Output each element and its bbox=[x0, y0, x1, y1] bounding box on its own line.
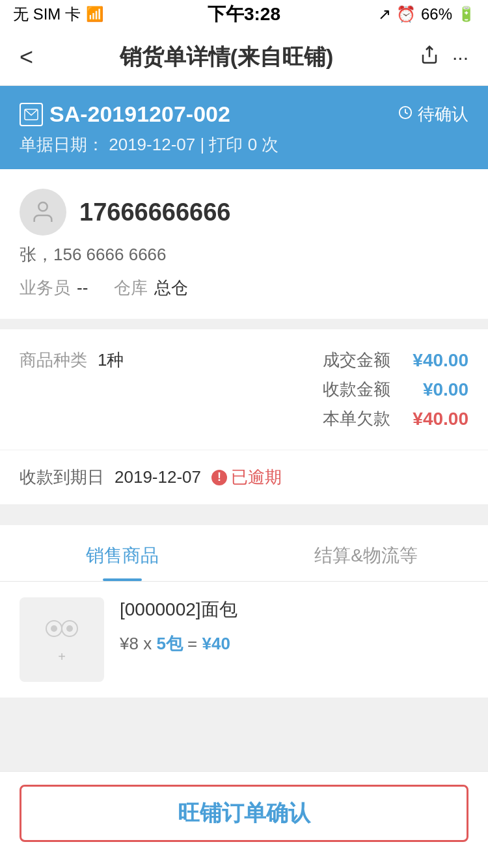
alarm-icon: ⏰ bbox=[396, 5, 416, 23]
product-info: [0000002]面包 ¥8 x 5包 = ¥40 bbox=[120, 597, 468, 655]
battery-text: 66% bbox=[421, 5, 452, 23]
order-number: SA-20191207-002 bbox=[49, 102, 230, 127]
order-header: SA-20191207-002 待确认 单据日期： 2019-12-07 | 打… bbox=[0, 86, 488, 169]
customer-phone: 17666666666 bbox=[79, 198, 230, 226]
overdue-text: 已逾期 bbox=[231, 466, 282, 489]
order-id: SA-20191207-002 bbox=[20, 102, 230, 127]
product-name: [0000002]面包 bbox=[120, 597, 468, 622]
category-info: 商品种类 1种 bbox=[20, 349, 124, 372]
more-button[interactable]: ··· bbox=[452, 46, 468, 68]
warning-icon: ! bbox=[211, 470, 227, 485]
category-label: 商品种类 bbox=[20, 349, 87, 372]
svg-point-7 bbox=[66, 625, 73, 632]
bottom-bar: 旺铺订单确认 bbox=[0, 771, 488, 868]
status-bar: 无 SIM 卡 📶 下午3:28 ↗ ⏰ 66% 🔋 bbox=[0, 0, 488, 29]
amounts-section: 成交金额 ¥40.00 收款金额 ¥0.00 本单欠款 ¥40.00 bbox=[323, 349, 468, 430]
order-envelope-icon bbox=[20, 103, 43, 126]
owed-amount-row: 本单欠款 ¥40.00 bbox=[323, 407, 468, 430]
wifi-icon: 📶 bbox=[86, 6, 103, 23]
tab-settlement[interactable]: 结算&物流等 bbox=[244, 525, 488, 581]
avatar bbox=[20, 189, 66, 236]
deal-amount-row: 成交金额 ¥40.00 bbox=[323, 349, 468, 372]
duedate-section: 收款到期日 2019-12-07 ! 已逾期 bbox=[0, 450, 488, 504]
product-qty: 5包 bbox=[156, 634, 182, 653]
category-value: 1种 bbox=[98, 349, 124, 372]
sales-value: -- bbox=[77, 278, 88, 298]
owed-amount-label: 本单欠款 bbox=[323, 407, 390, 430]
duedate-label: 收款到期日 bbox=[20, 466, 104, 489]
received-amount-row: 收款金额 ¥0.00 bbox=[323, 378, 468, 401]
summary-grid: 商品种类 1种 成交金额 ¥40.00 收款金额 ¥0.00 本单欠款 ¥40.… bbox=[20, 349, 468, 430]
duedate-value: 2019-12-07 bbox=[115, 467, 201, 487]
confirm-button[interactable]: 旺铺订单确认 bbox=[20, 785, 468, 842]
share-button[interactable] bbox=[420, 45, 439, 69]
divider-1 bbox=[0, 319, 488, 329]
location-icon: ↗ bbox=[378, 5, 391, 23]
nav-bar: < 销货单详情(来自旺铺) ··· bbox=[0, 29, 488, 86]
svg-point-3 bbox=[38, 202, 47, 211]
back-button[interactable]: < bbox=[20, 44, 33, 71]
sales-label: 业务员 bbox=[20, 277, 70, 299]
owed-amount-value: ¥40.00 bbox=[403, 409, 468, 429]
product-img-inner: + bbox=[42, 616, 81, 664]
product-price-suffix: = bbox=[183, 634, 202, 653]
customer-top: 17666666666 bbox=[20, 189, 468, 236]
warehouse-value: 总仓 bbox=[154, 277, 188, 299]
plus-text: + bbox=[58, 649, 66, 664]
battery-icon: 🔋 bbox=[457, 6, 475, 23]
sales-meta: 业务员 -- bbox=[20, 277, 88, 299]
warehouse-meta: 仓库 总仓 bbox=[114, 277, 188, 299]
order-header-top: SA-20191207-002 待确认 bbox=[20, 102, 468, 127]
deal-amount-value: ¥40.00 bbox=[403, 350, 468, 371]
tabs-section: 销售商品 结算&物流等 + bbox=[0, 525, 488, 698]
status-indicators: ↗ ⏰ 66% 🔋 bbox=[378, 5, 475, 23]
status-carrier: 无 SIM 卡 📶 bbox=[13, 4, 103, 25]
warehouse-label: 仓库 bbox=[114, 277, 148, 299]
overdue-badge: ! 已逾期 bbox=[211, 466, 282, 489]
product-thumbnail: + bbox=[20, 597, 104, 682]
order-status: 待确认 bbox=[398, 103, 468, 126]
tab-products[interactable]: 销售商品 bbox=[0, 525, 244, 581]
product-price-line: ¥8 x 5包 = ¥40 bbox=[120, 632, 468, 655]
product-item: + [0000002]面包 ¥8 x 5包 = ¥40 bbox=[20, 597, 468, 682]
order-date: 单据日期： 2019-12-07 | 打印 0 次 bbox=[20, 133, 468, 156]
tabs-header: 销售商品 结算&物流等 bbox=[0, 525, 488, 582]
status-text: 待确认 bbox=[418, 103, 468, 126]
product-price-prefix: ¥8 x bbox=[120, 634, 156, 653]
status-time: 下午3:28 bbox=[208, 2, 280, 27]
customer-meta: 业务员 -- 仓库 总仓 bbox=[20, 277, 468, 299]
divider-2 bbox=[0, 504, 488, 515]
nav-actions: ··· bbox=[420, 45, 468, 69]
svg-point-6 bbox=[51, 625, 57, 632]
customer-section: 17666666666 张，156 6666 6666 业务员 -- 仓库 总仓 bbox=[0, 169, 488, 319]
page-title: 销货单详情(来自旺铺) bbox=[120, 42, 334, 72]
carrier-text: 无 SIM 卡 bbox=[13, 4, 81, 25]
received-amount-label: 收款金额 bbox=[323, 378, 390, 401]
received-amount-value: ¥0.00 bbox=[403, 379, 468, 400]
owl-eyes-icon bbox=[42, 616, 81, 647]
customer-name: 张，156 6666 6666 bbox=[20, 243, 468, 266]
product-total: ¥40 bbox=[202, 634, 230, 653]
product-section: + [0000002]面包 ¥8 x 5包 = ¥40 bbox=[0, 582, 488, 698]
clock-icon bbox=[398, 105, 413, 124]
summary-section: 商品种类 1种 成交金额 ¥40.00 收款金额 ¥0.00 本单欠款 ¥40.… bbox=[0, 329, 488, 450]
deal-amount-label: 成交金额 bbox=[323, 349, 390, 372]
